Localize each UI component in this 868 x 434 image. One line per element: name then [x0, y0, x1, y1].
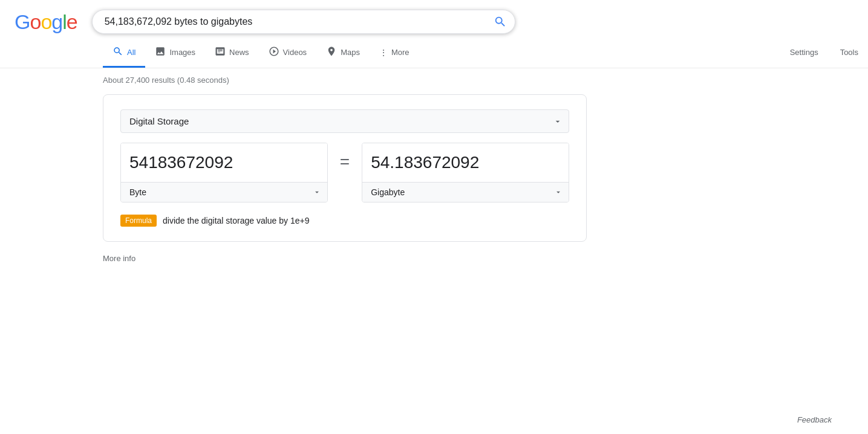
equals-sign: = — [328, 152, 362, 172]
category-select[interactable]: Digital Storage — [120, 109, 569, 133]
feedback-link[interactable]: Feedback — [797, 415, 832, 424]
search-input[interactable] — [92, 10, 515, 34]
formula-badge: Formula — [120, 215, 157, 227]
from-unit-select[interactable]: Byte — [121, 182, 327, 202]
tab-images-label: Images — [169, 48, 195, 57]
search-icon — [494, 15, 507, 28]
images-icon — [155, 46, 166, 59]
tab-tools[interactable]: Tools — [830, 40, 868, 66]
maps-icon — [326, 46, 337, 59]
tab-settings[interactable]: Settings — [780, 40, 828, 66]
google-logo[interactable]: Google — [15, 10, 77, 34]
all-icon — [113, 46, 123, 59]
tab-settings-label: Settings — [790, 48, 818, 57]
nav-tabs: All Images News Videos Maps ⋮ More Setti… — [0, 34, 868, 68]
results-info: About 27,400 results (0.48 seconds) — [0, 68, 868, 89]
nav-settings-tools: Settings Tools — [780, 40, 868, 66]
tab-news[interactable]: News — [205, 39, 259, 68]
more-info-link[interactable]: More info — [103, 254, 135, 263]
tab-tools-label: Tools — [840, 48, 858, 57]
tab-all-label: All — [127, 48, 135, 57]
search-button[interactable] — [494, 15, 507, 28]
footer: More info — [0, 242, 587, 269]
to-value-input[interactable] — [362, 143, 569, 182]
to-input-group: Gigabyte — [362, 143, 569, 202]
from-value-input[interactable] — [121, 143, 327, 182]
header: Google — [0, 0, 868, 34]
tab-more[interactable]: ⋮ More — [370, 40, 419, 66]
tab-videos-label: Videos — [283, 48, 307, 57]
tab-images[interactable]: Images — [145, 39, 205, 68]
results-count: About 27,400 results (0.48 seconds) — [103, 76, 229, 85]
tab-news-label: News — [229, 48, 249, 57]
formula-text: divide the digital storage value by 1e+9 — [163, 216, 309, 225]
tab-more-label: More — [391, 48, 410, 57]
videos-icon — [269, 46, 279, 59]
tab-maps-label: Maps — [341, 48, 360, 57]
search-bar-wrapper — [92, 10, 515, 34]
formula-row: Formula divide the digital storage value… — [120, 215, 569, 227]
tab-maps[interactable]: Maps — [316, 39, 370, 68]
more-icon: ⋮ — [379, 48, 388, 57]
converter-row: Byte = Gigabyte — [120, 143, 569, 202]
news-icon — [215, 46, 226, 59]
from-input-group: Byte — [120, 143, 328, 202]
to-unit-select[interactable]: Gigabyte — [362, 182, 569, 202]
converter-card: Digital Storage Byte = Gigabyte Formula … — [103, 94, 587, 242]
tab-videos[interactable]: Videos — [259, 39, 317, 68]
tab-all[interactable]: All — [103, 39, 145, 68]
